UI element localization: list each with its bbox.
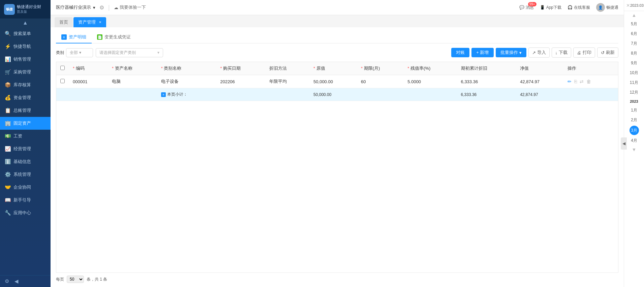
sidebar-item-coop[interactable]: 🤝 企业协同 [0, 181, 51, 194]
refresh-button[interactable]: ↺ 刷新 [597, 47, 618, 58]
sidebar-item-ledger[interactable]: 📋 总账管理 [0, 104, 51, 117]
edit-icon[interactable]: ✏ [568, 79, 572, 84]
month-10[interactable]: 10月 [624, 68, 644, 78]
reconcile-button[interactable]: 对账 [451, 48, 469, 57]
asset-table: 编码 资产名称 类别名称 购买日期 折旧方法 原值 期限(月) 残值率(%) 期… [56, 62, 618, 101]
demo-button[interactable]: ☁ 我要体验一下 [114, 4, 146, 10]
month-9[interactable]: 9月 [624, 58, 644, 68]
panel-up-arrow[interactable]: ▲ [632, 12, 637, 18]
th-code: 编码 [69, 62, 108, 75]
ledger-icon: 📋 [5, 107, 11, 114]
topbar-separator: | [108, 4, 110, 11]
row-name: 电脑 [108, 75, 157, 88]
tab-asset-mgmt[interactable]: 资产管理 × [73, 17, 106, 27]
panel-close-icon[interactable]: ✕ [626, 3, 630, 8]
collapse-icon[interactable]: ◀ [14, 278, 19, 284]
th-initial-accumulated: 期初累计折旧 [457, 62, 516, 75]
panel-toggle[interactable]: ◀ [621, 137, 627, 150]
fund-icon: 💰 [5, 95, 11, 101]
asset-detail-tab-label: 资产明细 [69, 34, 86, 40]
ops-icon: 📈 [5, 146, 11, 152]
sidebar-item-fund[interactable]: 💰 资金管理 [0, 91, 51, 104]
new-button[interactable]: + 新增 [471, 48, 493, 57]
transfer-icon[interactable]: ⇄ [580, 79, 584, 84]
company-selector[interactable]: 医疗器械行业演示 ▾ [56, 4, 95, 10]
sidebar-item-system[interactable]: ⚙️ 系统管理 [0, 168, 51, 181]
th-residual-rate: 残值率(%) [403, 62, 457, 75]
category-type-dropdown[interactable]: 全部 ▾ [66, 48, 93, 57]
subtotal-empty-3 [108, 88, 157, 101]
sidebar-item-base-info[interactable]: ℹ️ 基础信息 [0, 155, 51, 168]
app-download-button[interactable]: 📱 App下载 [540, 5, 561, 10]
sidebar-item-search-menu[interactable]: 🔍 搜索菜单 [0, 27, 51, 40]
month-5[interactable]: 5月 [624, 19, 644, 29]
month-4[interactable]: 4月 [624, 136, 644, 146]
company-dropdown-icon: ▾ [93, 5, 95, 10]
sidebar-item-guide[interactable]: 📖 新手引导 [0, 194, 51, 206]
asset-detail-tab-icon: ≡ [61, 34, 67, 40]
sidebar-item-label: 销售管理 [13, 56, 31, 62]
tab-asset-detail[interactable]: ≡ 资产明细 [56, 31, 92, 43]
settings-icon[interactable]: ⚙ [5, 278, 9, 284]
pagination-bar: 每页 50 100 200 条，共 1 条 [56, 273, 618, 283]
subtotal-empty-2 [69, 88, 108, 101]
online-service-icon: 🎧 [568, 5, 573, 10]
online-service-button[interactable]: 🎧 在线客服 [568, 5, 590, 10]
sidebar-menu: 🔍 搜索菜单 ⚡ 快捷导航 📊 销售管理 🛒 采购管理 📦 库存核算 💰 资金管… [0, 27, 51, 275]
sidebar-item-app-center[interactable]: 🔧 应用中心 [0, 206, 51, 219]
row-residual-rate: 5.0000 [403, 75, 457, 88]
print-label: 打印 [583, 50, 591, 56]
tab-change-voucher[interactable]: 📄 变更生成凭证 [92, 31, 136, 43]
month-3-active[interactable]: 3月 [630, 126, 639, 135]
month-6[interactable]: 6月 [624, 29, 644, 39]
tab-close-icon[interactable]: × [99, 20, 101, 25]
print-button[interactable]: 🖨 打印 [573, 47, 595, 58]
import-icon: ↗ [532, 50, 536, 55]
select-all-checkbox[interactable] [60, 66, 65, 70]
sidebar-item-purchase[interactable]: 🛒 采购管理 [0, 66, 51, 78]
sidebar-item-inventory[interactable]: 📦 库存核算 [0, 78, 51, 91]
row-checkbox[interactable] [60, 79, 65, 83]
page-size-select[interactable]: 50 100 200 [67, 276, 84, 283]
sidebar-item-fixed-assets[interactable]: 🏢 固定资产 [0, 117, 51, 130]
row-net-value: 42,874.97 [516, 75, 563, 88]
batch-button[interactable]: 批量操作 ▾ [496, 48, 526, 57]
sidebar-scroll-up[interactable]: ▲ [0, 19, 51, 27]
app-center-icon: 🔧 [5, 210, 11, 216]
topbar-gear-icon[interactable]: ⚙ [99, 4, 104, 11]
month-1[interactable]: 1月 [624, 105, 644, 115]
download-button[interactable]: ↓ 下载 [552, 47, 572, 58]
user-profile[interactable]: 👤 畅捷通 [596, 3, 618, 12]
row-purchase-date: 202206 [216, 75, 265, 88]
base-info-icon: ℹ️ [5, 159, 11, 165]
sidebar-item-label: 采购管理 [13, 69, 31, 75]
download-icon: ↓ [555, 50, 558, 55]
row-period: 60 [357, 75, 403, 88]
notification-button[interactable]: 💬 消息 99+ [519, 5, 534, 10]
sidebar-item-label: 工资 [13, 133, 22, 139]
pagination-total: 条，共 1 条 [87, 277, 107, 282]
sidebar-item-salary[interactable]: 💵 工资 [0, 130, 51, 142]
category-type-value: 全部 [70, 50, 78, 56]
month-11[interactable]: 11月 [624, 78, 644, 88]
month-2[interactable]: 2月 [624, 115, 644, 125]
tab-home[interactable]: 首页 [55, 17, 73, 27]
import-button[interactable]: ↗ 导入 [528, 47, 550, 58]
sidebar-item-quick-nav[interactable]: ⚡ 快捷导航 [0, 40, 51, 53]
month-7[interactable]: 7月 [624, 39, 644, 49]
batch-dropdown-icon: ▾ [519, 50, 522, 55]
category-select-dropdown[interactable]: 请选择固定资产类别 ▾ [96, 48, 163, 57]
copy-icon[interactable]: ⎘ [574, 79, 577, 84]
month-8[interactable]: 8月 [624, 49, 644, 58]
panel-down-arrow[interactable]: ▼ [632, 147, 637, 152]
subtotal-label: 本页小计： [167, 92, 187, 97]
delete-icon[interactable]: 🗑 [586, 79, 591, 84]
topbar-right: 💬 消息 99+ 📱 App下载 🎧 在线客服 👤 畅捷通 [519, 3, 618, 12]
right-panel: ◀ ✕ 2023.03 ⤢ ▲ 5月 6月 7月 8月 9月 10月 11月 1… [624, 0, 644, 287]
search-menu-icon: 🔍 [5, 31, 11, 37]
sidebar-item-ops[interactable]: 📈 经营管理 [0, 142, 51, 155]
sidebar-item-sales[interactable]: 📊 销售管理 [0, 53, 51, 66]
month-12[interactable]: 12月 [624, 88, 644, 97]
subtotal-empty-6 [357, 88, 403, 101]
subtotal-original-value: 50,000.00 [309, 88, 357, 101]
